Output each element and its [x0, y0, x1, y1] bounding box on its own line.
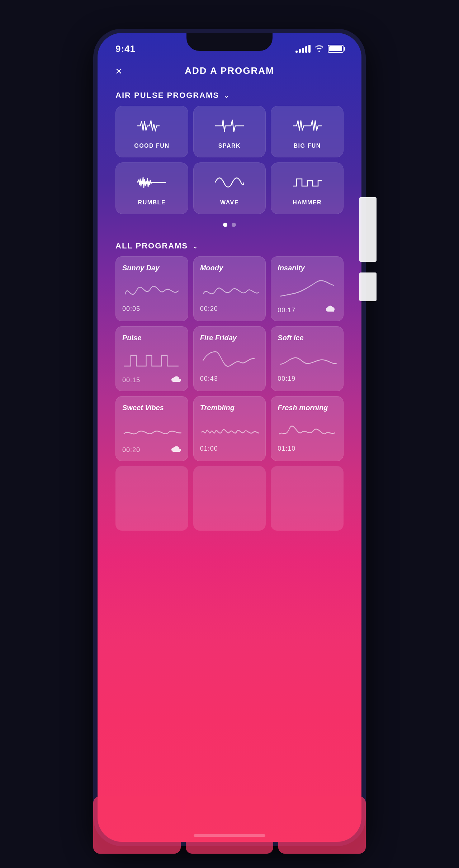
- below-card-1: [93, 796, 181, 854]
- wifi-icon: [314, 44, 324, 54]
- dot-1[interactable]: [223, 223, 227, 227]
- tile-sweet-vibes-name: Sweet Vibes: [122, 404, 181, 412]
- tile-insanity-footer: 00:17: [278, 305, 337, 315]
- tile-trembling[interactable]: Trembling 01:00: [193, 396, 266, 461]
- tile-sunny-day-duration: 00:05: [122, 305, 140, 313]
- all-programs-section-header[interactable]: ALL PROGRAMS ⌄: [98, 234, 361, 256]
- all-programs-chevron-icon[interactable]: ⌄: [192, 242, 198, 250]
- big-fun-icon: [293, 117, 322, 136]
- dot-2[interactable]: [232, 223, 236, 227]
- tile-moody-duration: 00:20: [200, 305, 218, 313]
- tile-sunny-day-name: Sunny Day: [122, 264, 181, 272]
- notch: [186, 33, 273, 51]
- phone-wrapper: 9:41: [0, 0, 459, 868]
- below-card-2: [186, 796, 273, 854]
- signal-bar-1: [295, 51, 298, 53]
- tile-sweet-vibes-waveform: [122, 416, 181, 441]
- signal-bar-5: [308, 45, 311, 53]
- bottom-cards: [98, 461, 361, 559]
- tile-trembling-duration: 01:00: [200, 445, 218, 452]
- tile-moody-waveform: [200, 276, 259, 302]
- wave-icon: [215, 174, 244, 193]
- program-card-good-fun[interactable]: GOOD FUN: [115, 106, 188, 157]
- pagination-dots: [98, 214, 361, 234]
- tile-sunny-day-footer: 00:05: [122, 305, 181, 313]
- good-fun-label: GOOD FUN: [134, 143, 169, 149]
- tile-moody-name: Moody: [200, 264, 259, 272]
- tile-insanity-waveform: [278, 276, 337, 302]
- tile-pulse-waveform: [122, 346, 181, 371]
- air-pulse-title: AIR PULSE PROGRAMS: [115, 91, 219, 100]
- tile-insanity[interactable]: Insanity 00:17: [271, 256, 344, 321]
- tile-insanity-duration: 00:17: [278, 307, 295, 314]
- status-time: 9:41: [115, 43, 136, 54]
- tile-fire-friday-footer: 00:43: [200, 375, 259, 383]
- bottom-card-1: [115, 466, 188, 531]
- tile-soft-ice-waveform: [278, 346, 337, 371]
- tile-soft-ice-name: Soft Ice: [278, 334, 337, 342]
- status-icons: [295, 44, 344, 54]
- rumble-icon: [137, 174, 166, 193]
- tile-pulse-name: Pulse: [122, 334, 181, 342]
- signal-bar-3: [302, 48, 304, 53]
- page-title: ADD A PROGRAM: [185, 65, 274, 76]
- tile-fresh-morning-waveform: [278, 416, 337, 441]
- tile-insanity-name: Insanity: [278, 264, 337, 272]
- tile-fire-friday-waveform: [200, 346, 259, 371]
- tile-fresh-morning-duration: 01:10: [278, 445, 295, 452]
- tile-pulse-duration: 00:15: [122, 376, 140, 384]
- program-card-rumble[interactable]: RUMBLE: [115, 162, 188, 214]
- bottom-card-3: [271, 466, 344, 531]
- tile-soft-ice-duration: 00:19: [278, 375, 295, 383]
- bottom-card-2: [193, 466, 266, 531]
- signal-bar-4: [305, 46, 307, 53]
- close-button[interactable]: ×: [115, 65, 122, 77]
- tile-sunny-day[interactable]: Sunny Day 00:05: [115, 256, 188, 321]
- program-card-hammer[interactable]: HAMMER: [271, 162, 344, 214]
- wave-label: WAVE: [220, 199, 239, 206]
- air-pulse-section-header[interactable]: AIR PULSE PROGRAMS ⌄: [98, 84, 361, 106]
- tile-pulse-footer: 00:15: [122, 375, 181, 385]
- tile-fire-friday-duration: 00:43: [200, 375, 218, 383]
- tile-sweet-vibes-footer: 00:20: [122, 445, 181, 455]
- phone-frame: 9:41: [93, 29, 366, 846]
- tile-sunny-day-waveform: [122, 276, 181, 302]
- rumble-label: RUMBLE: [138, 199, 166, 206]
- below-card-3: [278, 796, 366, 854]
- air-pulse-programs-grid: GOOD FUN SPARK: [98, 106, 361, 214]
- tile-fresh-morning[interactable]: Fresh morning 01:10: [271, 396, 344, 461]
- battery-fill: [329, 46, 342, 51]
- program-card-big-fun[interactable]: BIG FUN: [271, 106, 344, 157]
- all-programs-title: ALL PROGRAMS: [115, 241, 188, 251]
- big-fun-label: BIG FUN: [294, 143, 321, 149]
- hammer-icon: [293, 174, 322, 193]
- tile-fire-friday-name: Fire Friday: [200, 334, 259, 342]
- tile-soft-ice[interactable]: Soft Ice 00:19: [271, 326, 344, 391]
- tile-moody[interactable]: Moody 00:20: [193, 256, 266, 321]
- tile-fire-friday[interactable]: Fire Friday 00:43: [193, 326, 266, 391]
- cloud-icon: [325, 305, 337, 315]
- hammer-label: HAMMER: [293, 199, 322, 206]
- program-card-wave[interactable]: WAVE: [193, 162, 266, 214]
- phone-content: 9:41: [98, 33, 361, 842]
- tile-fresh-morning-footer: 01:10: [278, 445, 337, 452]
- tile-trembling-waveform: [200, 416, 259, 441]
- cloud-icon-pulse: [170, 375, 181, 385]
- tile-pulse[interactable]: Pulse 00:15: [115, 326, 188, 391]
- app-header: × ADD A PROGRAM: [98, 58, 361, 84]
- all-programs-grid: Sunny Day 00:05 Moody: [98, 256, 361, 461]
- tile-sweet-vibes[interactable]: Sweet Vibes 00:20: [115, 396, 188, 461]
- cloud-icon-sweet-vibes: [170, 445, 181, 455]
- program-card-spark[interactable]: SPARK: [193, 106, 266, 157]
- tile-soft-ice-footer: 00:19: [278, 375, 337, 383]
- tile-moody-footer: 00:20: [200, 305, 259, 313]
- good-fun-icon: [137, 117, 166, 136]
- tile-trembling-footer: 01:00: [200, 445, 259, 452]
- tile-trembling-name: Trembling: [200, 404, 259, 412]
- signal-bars-icon: [295, 45, 311, 53]
- battery-icon: [328, 45, 344, 53]
- tile-fresh-morning-name: Fresh morning: [278, 404, 337, 412]
- tile-sweet-vibes-duration: 00:20: [122, 446, 140, 454]
- spark-label: SPARK: [218, 143, 241, 149]
- air-pulse-chevron-icon[interactable]: ⌄: [223, 91, 230, 100]
